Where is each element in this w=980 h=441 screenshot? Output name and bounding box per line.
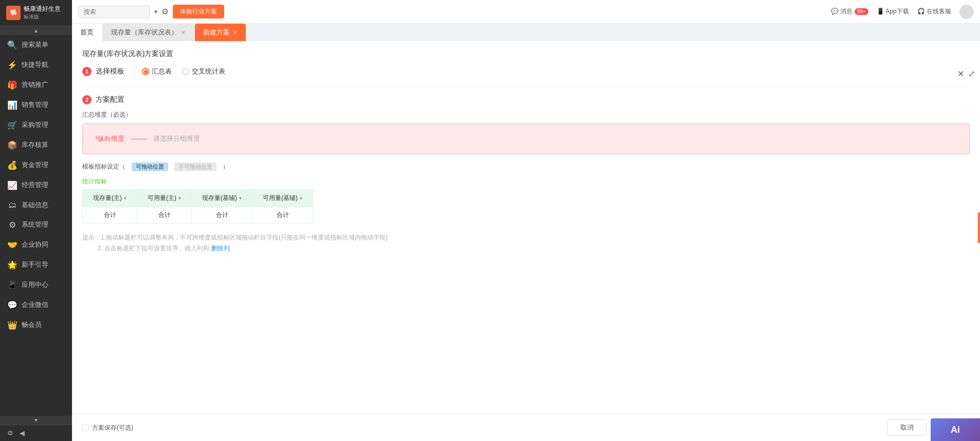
section-config: 2 方案配置 汇总维度（必选） *纵向维度 —— 请选择分组维度 模板指标设定（…: [82, 95, 970, 253]
chevron-down-icon: ▾: [124, 195, 126, 201]
sidebar-item-system[interactable]: ⚙ 系统管理: [0, 215, 72, 235]
indicator-settings-end: ）: [223, 162, 229, 171]
radio-cross-table[interactable]: 交叉统计表: [182, 67, 225, 76]
message-badge: 99+: [855, 8, 868, 15]
quicknav-icon: ⚡: [7, 60, 17, 70]
tab-home[interactable]: 首页: [72, 24, 102, 41]
system-icon: ⚙: [7, 220, 17, 230]
cell-total-1: 合计: [83, 207, 137, 224]
bottom-bar: 方案保存(可选) 取消 查询: [72, 414, 980, 441]
newuser-icon: 🌟: [7, 260, 17, 270]
sidebar-item-operations[interactable]: 📈 经营管理: [0, 175, 72, 195]
th-current-aux[interactable]: 现存量(基辅) ▾: [192, 190, 252, 207]
sidebar-item-label: 销售管理: [22, 100, 48, 109]
cell-total-2: 合计: [137, 207, 192, 224]
tab-home-label: 首页: [80, 28, 94, 37]
th-available-main-label: 可用量(主): [148, 194, 176, 203]
badge-draggable: 可拖动位置: [132, 162, 168, 171]
chevron-down-icon: ▾: [178, 195, 181, 201]
appcenter-icon: 📱: [7, 280, 17, 290]
member-icon: 👑: [7, 320, 17, 330]
tab-bar: 首页 现存量（库存状况表） ✕ 新建方案 ✕: [72, 24, 980, 41]
sidebar-item-member[interactable]: 👑 畅会员: [0, 315, 72, 335]
sales-icon: 📊: [7, 100, 17, 110]
sidebar-settings-icon[interactable]: ⚙: [7, 429, 13, 437]
save-checkbox[interactable]: [82, 425, 89, 431]
dropdown-button[interactable]: ▾: [154, 8, 157, 15]
finance-icon: 💰: [7, 160, 17, 170]
section1-header: 1 选择模板 汇总表 交叉统计表: [82, 67, 970, 76]
sidebar-item-sales[interactable]: 📊 销售管理: [0, 95, 72, 115]
app-logo-icon: 畅: [6, 6, 21, 20]
tab-new-scheme[interactable]: 新建方案 ✕: [195, 24, 246, 41]
gear-icon[interactable]: ⚙: [161, 7, 169, 16]
section1-title: 选择模板: [96, 67, 124, 76]
dimension-area[interactable]: *纵向维度 —— 请选择分组维度: [82, 123, 970, 154]
sidebar-scroll-up[interactable]: ▲: [0, 26, 72, 35]
th-available-aux[interactable]: 可用量(基辅) ▾: [252, 190, 313, 207]
resize-handle[interactable]: [978, 212, 980, 243]
th-current-aux-label: 现存量(基辅): [202, 194, 237, 203]
page-title: 现存量(库存状况表)方案设置: [82, 49, 970, 59]
cell-total-4: 合计: [252, 207, 313, 224]
basic-info-icon: 🗂: [7, 200, 17, 210]
th-available-aux-label: 可用量(基辅): [263, 194, 298, 203]
sidebar-item-label: 经营管理: [22, 180, 48, 190]
tip2-highlight[interactable]: 删除列: [211, 245, 230, 252]
corp-icon: 🤝: [7, 240, 17, 250]
main-wrapper: ▾ ⚙ 体验行业方案 💬 消息 99+ 📱 App下载 🎧 在线客服 首页 现存…: [72, 0, 980, 441]
section-template: 1 选择模板 汇总表 交叉统计表: [82, 67, 970, 76]
sidebar-item-marketing[interactable]: 🎁 营销推广: [0, 75, 72, 95]
sidebar-nav: 🔍 搜索菜单 ⚡ 快捷导航 🎁 营销推广 📊 销售管理 🛒 采购管理 📦 库存核…: [0, 35, 72, 416]
save-label: 方案保存(可选): [92, 424, 133, 432]
th-current-main[interactable]: 现存量(主) ▾: [83, 190, 137, 207]
sidebar-item-newuser[interactable]: 🌟 新手引导: [0, 255, 72, 275]
sidebar-item-appcenter[interactable]: 📱 应用中心: [0, 275, 72, 295]
dimension-placeholder: 请选择分组维度: [153, 134, 200, 143]
section1-number: 1: [82, 67, 92, 76]
th-available-main[interactable]: 可用量(主) ▾: [137, 190, 192, 207]
avatar[interactable]: [959, 5, 974, 19]
sidebar-item-basic-info[interactable]: 🗂 基础信息: [0, 195, 72, 215]
ai-float-button[interactable]: Ai: [931, 418, 980, 441]
app-download-link[interactable]: 📱 App下载: [877, 7, 909, 16]
sidebar-item-label: 搜索菜单: [22, 40, 48, 49]
message-item[interactable]: 💬 消息 99+: [831, 7, 868, 16]
sidebar-item-label: 营销推广: [22, 80, 48, 89]
sidebar-scroll-down[interactable]: ▼: [0, 416, 72, 425]
search-icon: 🔍: [7, 40, 17, 50]
th-current-main-label: 现存量(主): [93, 194, 122, 203]
search-input[interactable]: [78, 6, 150, 18]
radio-summary-label: 汇总表: [152, 67, 172, 76]
sidebar-item-corp[interactable]: 🤝 企业协同: [0, 235, 72, 255]
trial-button[interactable]: 体验行业方案: [173, 5, 224, 19]
radio-summary-table[interactable]: 汇总表: [142, 67, 172, 76]
sidebar-item-label: 采购管理: [22, 120, 48, 130]
tab-close-inventory[interactable]: ✕: [181, 29, 186, 36]
sidebar-item-purchase[interactable]: 🛒 采购管理: [0, 115, 72, 135]
app-logo-text: 畅康通好生意 标准版: [24, 5, 61, 21]
save-option: 方案保存(可选): [82, 424, 133, 432]
sidebar-item-quicknav[interactable]: ⚡ 快捷导航: [0, 55, 72, 75]
expand-button[interactable]: ⤢: [968, 69, 975, 79]
dimension-required-label: *纵向维度: [95, 134, 124, 143]
inventory-icon: 📦: [7, 140, 17, 150]
sidebar-item-search[interactable]: 🔍 搜索菜单: [0, 35, 72, 55]
tab-close-new-scheme[interactable]: ✕: [233, 29, 238, 36]
online-service-link[interactable]: 🎧 在线客服: [917, 7, 951, 16]
stats-label: 统计指标: [82, 177, 970, 186]
radio-summary-dot: [142, 68, 149, 75]
indicator-settings: 模板指标设定（ 可拖动位置 不可拖动位置 ）: [82, 162, 970, 171]
sidebar-collapse-icon[interactable]: ◀: [20, 429, 25, 437]
close-button[interactable]: ✕: [957, 69, 964, 79]
sidebar-item-finance[interactable]: 💰 资金管理: [0, 155, 72, 175]
topbar-right: 💬 消息 99+ 📱 App下载 🎧 在线客服: [831, 5, 974, 19]
sidebar-item-inventory[interactable]: 📦 库存核算: [0, 135, 72, 155]
tip-item-2: 2. 点击标题栏下拉可设置排序、插入列和 删除列: [82, 244, 970, 253]
wechat-icon: 💬: [7, 300, 17, 310]
sidebar-item-label: 企业协同: [22, 240, 48, 249]
cancel-button[interactable]: 取消: [887, 419, 927, 436]
sidebar-item-wechat[interactable]: 💬 企业微信: [0, 295, 72, 315]
tab-inventory-status[interactable]: 现存量（库存状况表） ✕: [103, 24, 194, 41]
chevron-down-icon: ▾: [239, 195, 242, 201]
